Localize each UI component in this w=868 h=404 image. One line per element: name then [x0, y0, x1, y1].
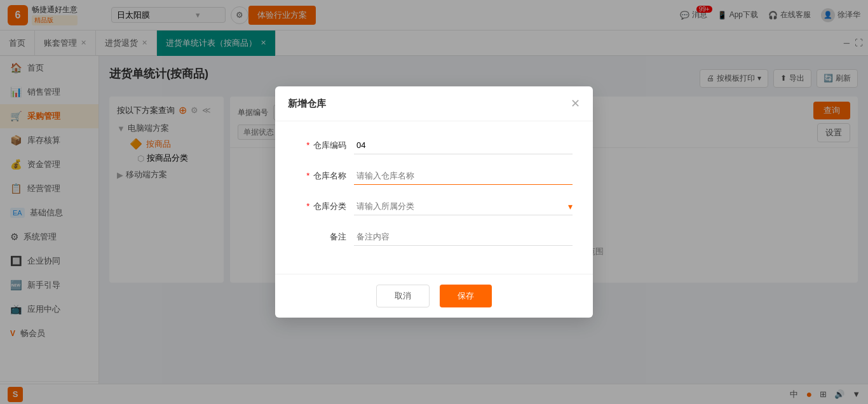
add-warehouse-modal: 新增仓库 ✕ * 仓库编码 * 仓库名称 [275, 86, 593, 318]
modal-footer: 取消 保存 [275, 274, 593, 318]
warehouse-name-input[interactable] [354, 167, 573, 185]
warehouse-category-select[interactable]: ▾ [354, 198, 573, 215]
warehouse-note-input[interactable] [354, 228, 573, 246]
save-btn[interactable]: 保存 [440, 285, 492, 307]
modal-body: * 仓库编码 * 仓库名称 * 仓库分类 [275, 121, 593, 274]
warehouse-category-row: * 仓库分类 ▾ [295, 198, 573, 215]
warehouse-category-input[interactable] [354, 198, 568, 215]
warehouse-note-row: 备注 [295, 228, 573, 246]
warehouse-code-label: * 仓库编码 [295, 140, 346, 151]
warehouse-code-input[interactable] [354, 137, 573, 154]
modal-header: 新增仓库 ✕ [275, 86, 593, 121]
modal-title: 新增仓库 [288, 98, 326, 110]
warehouse-note-label: 备注 [295, 231, 346, 243]
warehouse-category-label: * 仓库分类 [295, 201, 346, 212]
warehouse-name-label: * 仓库名称 [295, 170, 346, 182]
modal-close-btn[interactable]: ✕ [571, 97, 580, 111]
warehouse-name-row: * 仓库名称 [295, 167, 573, 185]
modal-overlay: 新增仓库 ✕ * 仓库编码 * 仓库名称 [0, 0, 868, 404]
category-chevron-icon: ▾ [568, 201, 573, 212]
cancel-btn[interactable]: 取消 [376, 285, 430, 307]
warehouse-code-row: * 仓库编码 [295, 137, 573, 154]
